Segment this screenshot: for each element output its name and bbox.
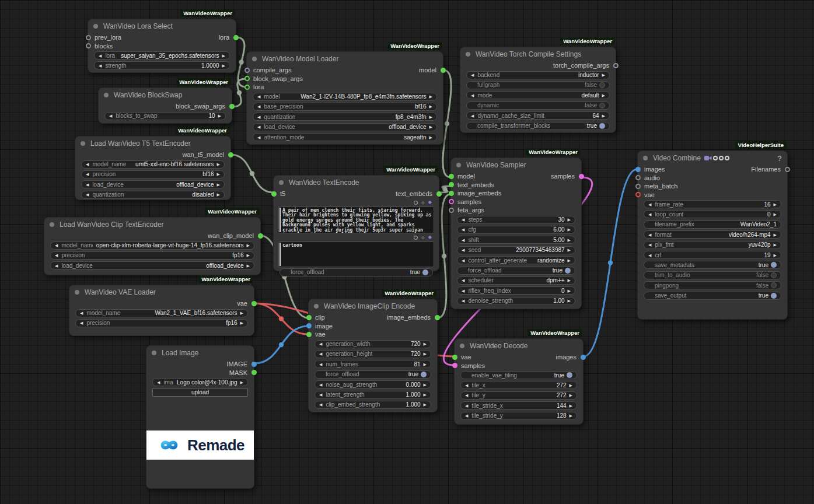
output-port-samples[interactable]	[579, 174, 584, 179]
wire-midpoint-dot[interactable]	[250, 171, 254, 176]
toggle-knob[interactable]	[771, 262, 777, 268]
toggle-enable_vae_tiling[interactable]: enable_vae_tilingtrue	[460, 371, 577, 379]
wire-midpoint-dot[interactable]	[442, 254, 446, 258]
collapse-dot[interactable]	[279, 180, 284, 185]
increment-arrow-icon[interactable]: ▶	[217, 172, 220, 176]
decrement-arrow-icon[interactable]: ◀	[99, 64, 102, 68]
decrement-arrow-icon[interactable]: ◀	[465, 414, 468, 418]
increment-arrow-icon[interactable]: ▶	[424, 342, 427, 346]
wire-midpoint-dot[interactable]	[279, 316, 284, 321]
widget-image[interactable]: ◀imageLogo color@4x-100.jpg▶	[152, 378, 248, 386]
increment-arrow-icon[interactable]: ▶	[568, 289, 571, 293]
increment-arrow-icon[interactable]: ▶	[429, 115, 432, 119]
toggle-knob[interactable]	[771, 293, 777, 299]
decrement-arrow-icon[interactable]: ◀	[465, 404, 468, 408]
output-port-Filenames[interactable]	[785, 167, 790, 172]
wire-midpoint-dot[interactable]	[608, 260, 613, 265]
input-port-text_embeds[interactable]	[449, 182, 454, 187]
increment-arrow-icon[interactable]: ▶	[602, 93, 605, 97]
input-port-t5[interactable]	[271, 191, 277, 197]
node-header[interactable]: WanVideo Lora Select	[88, 19, 236, 33]
wanvideo-model-loader[interactable]: WanVideo Model Loadercompile_argsblock_s…	[246, 51, 443, 145]
increment-arrow-icon[interactable]: ▶	[568, 248, 571, 252]
increment-arrow-icon[interactable]: ▶	[429, 104, 432, 108]
preview-badge-icon[interactable]	[713, 156, 718, 160]
collapse-dot[interactable]	[314, 304, 319, 309]
gear-icon[interactable]: ☼	[421, 235, 425, 240]
output-port-wan_t5_model[interactable]	[228, 152, 233, 158]
decrement-arrow-icon[interactable]: ◀	[257, 125, 260, 129]
widget-dynamo_cache_size_limit[interactable]: ◀dynamo_cache_size_limit64▶	[466, 111, 610, 120]
increment-arrow-icon[interactable]: ▶	[774, 202, 777, 206]
decrement-arrow-icon[interactable]: ◀	[80, 321, 83, 325]
increment-arrow-icon[interactable]: ▶	[774, 243, 777, 247]
increment-arrow-icon[interactable]: ▶	[222, 64, 225, 68]
increment-arrow-icon[interactable]: ▶	[568, 299, 571, 303]
widget-scheduler[interactable]: ◀schedulerdpm++▶	[457, 276, 575, 285]
widget-model[interactable]: ◀modelWan2_1-I2V-14B-480P_fp8_e4m3fn.saf…	[253, 93, 437, 101]
decrement-arrow-icon[interactable]: ◀	[462, 299, 464, 303]
widget-load_device[interactable]: ◀load_deviceoffload_device▶	[81, 180, 225, 188]
decrement-arrow-icon[interactable]: ◀	[648, 212, 651, 216]
widget-precision[interactable]: ◀precisionbf16▶	[81, 170, 225, 178]
widget-num_frames[interactable]: ◀num_frames81▶	[315, 360, 431, 368]
load-wanvideo-t5-textencoder[interactable]: Load WanVideo T5 TextEncoderwan_t5_model…	[75, 136, 231, 200]
widget-denoise_strength[interactable]: ◀denoise_strength1.00▶	[457, 297, 575, 305]
decrement-arrow-icon[interactable]: ◀	[465, 383, 468, 387]
input-port-block_swap_args[interactable]	[244, 76, 250, 81]
input-port-vae[interactable]	[635, 192, 641, 197]
gear-icon[interactable]: ☼	[421, 200, 425, 205]
widget-riflex_freq_index[interactable]: ◀riflex_freq_index0▶	[457, 286, 575, 295]
node-header[interactable]: WanVideo ImageClip Encode	[309, 299, 437, 313]
increment-arrow-icon[interactable]: ▶	[424, 362, 427, 366]
collapse-dot[interactable]	[93, 24, 98, 29]
widget-seed[interactable]: ◀seed290077345463987▶	[457, 246, 575, 254]
decrement-arrow-icon[interactable]: ◀	[55, 243, 58, 247]
toggle-knob[interactable]	[421, 372, 427, 377]
decrement-arrow-icon[interactable]: ◀	[462, 258, 464, 262]
node-header[interactable]: WanVideo Torch Compile Settings	[460, 47, 616, 61]
toggle-fullgraph[interactable]: fullgraphfalse	[466, 81, 610, 89]
decrement-arrow-icon[interactable]: ◀	[462, 248, 464, 252]
input-port-prev_lora[interactable]	[86, 35, 91, 40]
toggle-knob[interactable]	[599, 103, 605, 108]
toggle-save_output[interactable]: save_outputtrue	[644, 292, 781, 300]
toggle-knob[interactable]	[422, 270, 428, 275]
node-header[interactable]: WanVideo Decode	[455, 339, 583, 353]
decrement-arrow-icon[interactable]: ◀	[319, 402, 322, 407]
wanvideo-imageclip-encode[interactable]: WanVideo ImageClip Encodeclipimagevaeima…	[308, 299, 438, 412]
node-header[interactable]: WanVideo TextEncode	[274, 176, 439, 190]
preview-badge-icon[interactable]	[719, 156, 724, 160]
decrement-arrow-icon[interactable]: ◀	[319, 352, 322, 356]
widget-mode[interactable]: ◀modedefault▶	[466, 91, 610, 99]
decrement-arrow-icon[interactable]: ◀	[319, 393, 322, 397]
collapse-dot[interactable]	[460, 344, 464, 348]
widget-model_name[interactable]: ◀model_nameWan2_1_VAE_bf16.safetensors▶	[75, 309, 248, 317]
widget-clip_embed_strength[interactable]: ◀clip_embed_strength1.000▶	[315, 401, 431, 409]
input-port-images[interactable]	[635, 167, 641, 172]
output-port-image_embeds[interactable]	[435, 315, 440, 320]
load-wanvideo-clip-textencoder[interactable]: Load WanVideo Clip TextEncoderwan_clip_m…	[44, 217, 261, 275]
increment-arrow-icon[interactable]: ▶	[602, 114, 605, 118]
increment-arrow-icon[interactable]: ▶	[217, 183, 220, 187]
toggle-knob[interactable]	[599, 123, 605, 129]
increment-arrow-icon[interactable]: ▶	[568, 218, 571, 222]
widget-latent_strength[interactable]: ◀latent_strength1.000▶	[315, 391, 431, 399]
decrement-arrow-icon[interactable]: ◀	[55, 264, 58, 268]
load-image[interactable]: Load ImageIMAGEMASK◀imageLogo color@4x-1…	[146, 345, 254, 489]
input-port-meta_batch[interactable]	[635, 184, 641, 189]
toggle-knob[interactable]	[771, 282, 777, 288]
prompt-textarea[interactable]: cartoon	[278, 242, 434, 267]
upload-button[interactable]: upload	[152, 388, 248, 397]
input-port-compile_args[interactable]	[244, 68, 250, 73]
node-header[interactable]: WanVideo Model Loader	[247, 52, 443, 66]
widget-pix_fmt[interactable]: ◀pix_fmtyuv420p▶	[644, 241, 781, 249]
widget-load_device[interactable]: ◀load_deviceoffload_device▶	[253, 123, 437, 131]
widget-blocks_to_swap[interactable]: ◀blocks_to_swap10▶	[104, 112, 226, 120]
increment-arrow-icon[interactable]: ▶	[568, 238, 571, 242]
widget-model_name[interactable]: ◀model_nameopen-clip-xlm-roberta-large-v…	[50, 242, 254, 250]
node-header[interactable]: Load Image	[146, 346, 254, 360]
output-port-lora[interactable]	[233, 35, 239, 40]
decrement-arrow-icon[interactable]: ◀	[109, 114, 112, 118]
collapse-dot[interactable]	[152, 351, 156, 355]
